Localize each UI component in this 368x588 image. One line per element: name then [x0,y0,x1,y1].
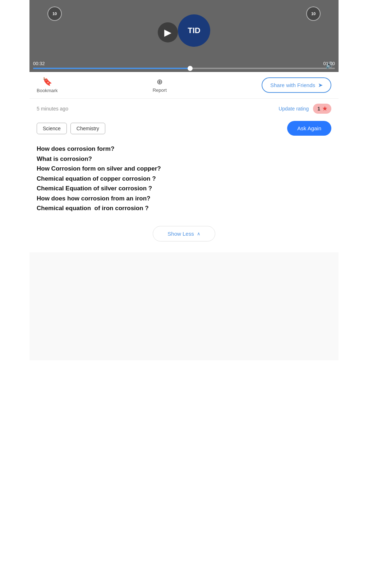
show-less-container: Show Less ∧ [29,220,339,252]
tags-group: Science Chemistry [37,123,105,134]
bookmark-icon: 🔖 [42,77,52,86]
skip-back-button[interactable]: 10 [47,6,62,21]
skip-forward-button[interactable]: 10 [306,6,321,21]
questions-list: How does corrosion form? What is corrosi… [29,141,339,220]
current-time: 00:32 [33,61,45,66]
progress-fill [33,68,190,69]
tags-row: Science Chemistry Ask Again [29,119,339,141]
share-button[interactable]: Share with Friends ➤ [262,77,331,93]
rating-badge: 1 ★ [313,104,331,114]
timestamp: 5 minutes ago [37,106,68,112]
play-button[interactable]: ▶ [158,22,178,42]
meta-row: 5 minutes ago Update rating 1 ★ [29,99,339,119]
ask-again-button[interactable]: Ask Again [287,121,331,136]
volume-icon[interactable]: 🔊 [326,61,334,69]
share-label: Share with Friends [270,82,315,88]
progress-thumb [188,66,193,71]
report-label: Report [153,87,167,93]
question-item-1: How does corrosion form? [37,144,331,154]
question-item-5: Chemical Equation of silver corrosion ? [37,184,331,193]
question-item-4: Chemical equation of copper corrosion ? [37,174,331,184]
star-icon: ★ [322,105,327,112]
bookmark-label: Bookmark [37,88,58,93]
show-less-label: Show Less [167,231,194,237]
bottom-space [29,252,339,360]
chevron-up-icon: ∧ [197,231,201,236]
rating-value: 1 [317,106,320,112]
rating-area: Update rating 1 ★ [279,104,331,114]
update-rating-button[interactable]: Update rating [279,106,309,112]
report-action[interactable]: ⊕ Report [153,77,167,93]
video-player: 10 ▶ 10 TID 00:32 01:00 🔊 [29,0,339,72]
report-icon: ⊕ [157,77,163,86]
tag-chemistry[interactable]: Chemistry [70,123,105,134]
question-item-7: Chemical equation of iron corrosion ? [37,204,331,213]
play-icon: ▶ [164,27,171,38]
question-item-6: How does how corrosion from an iron? [37,194,331,203]
question-item-3: How Corrosion form on silver and copper? [37,164,331,173]
question-item-2: What is corrosion? [37,154,331,164]
tag-science[interactable]: Science [37,123,67,134]
album-art: TID [178,14,210,47]
progress-track[interactable] [33,68,335,69]
bookmark-action[interactable]: 🔖 Bookmark [37,77,58,93]
share-arrow-icon: ➤ [318,82,323,89]
actions-row: 🔖 Bookmark ⊕ Report Share with Friends ➤ [29,72,339,99]
show-less-button[interactable]: Show Less ∧ [153,226,215,241]
progress-bar-container: 00:32 01:00 [29,61,339,72]
